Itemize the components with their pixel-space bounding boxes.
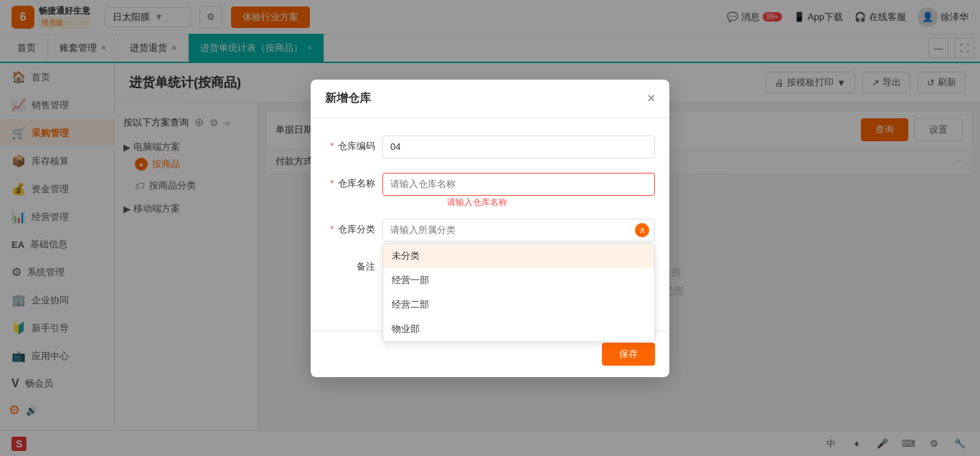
form-row-code: * 仓库编码	[325, 136, 655, 158]
form-row-category: * 仓库分类 ∧ 未分类 经营一部 经营二部 物业部	[325, 219, 655, 242]
dropdown-item-dept1[interactable]: 经营一部	[383, 268, 654, 293]
category-input[interactable]	[382, 219, 655, 242]
save-button[interactable]: 保存	[602, 343, 655, 366]
dropdown-item-dept2[interactable]: 经营二部	[383, 293, 654, 317]
modal-body: * 仓库编码 * 仓库名称 请输入仓库名称 *	[311, 118, 669, 331]
name-input-wrapper: 请输入仓库名称	[382, 173, 655, 196]
dropdown-item-dept3[interactable]: 物业部	[383, 317, 654, 341]
modal-header: 新增仓库 ×	[311, 80, 669, 118]
warehouse-name-input[interactable]	[382, 173, 655, 196]
modal-new-warehouse: 新增仓库 × * 仓库编码 * 仓库名称 请输入仓库名称	[311, 80, 669, 377]
note-label: 备注	[325, 256, 382, 273]
dropdown-item-unclassified[interactable]: 未分类	[383, 244, 654, 268]
code-label: * 仓库编码	[325, 136, 382, 153]
name-label: * 仓库名称	[325, 173, 382, 190]
category-dropdown: 未分类 经营一部 经营二部 物业部	[382, 243, 655, 342]
modal-overlay[interactable]: 新增仓库 × * 仓库编码 * 仓库名称 请输入仓库名称	[0, 0, 980, 456]
modal-title: 新增仓库	[325, 91, 371, 106]
form-row-name: * 仓库名称 请输入仓库名称	[325, 173, 655, 196]
warehouse-code-input[interactable]	[382, 136, 655, 158]
name-error-msg: 请输入仓库名称	[447, 196, 507, 209]
modal-close-button[interactable]: ×	[647, 92, 655, 105]
category-label: * 仓库分类	[325, 219, 382, 236]
category-arrow-icon[interactable]: ∧	[635, 223, 649, 237]
category-select-wrapper: ∧ 未分类 经营一部 经营二部 物业部	[382, 219, 655, 242]
